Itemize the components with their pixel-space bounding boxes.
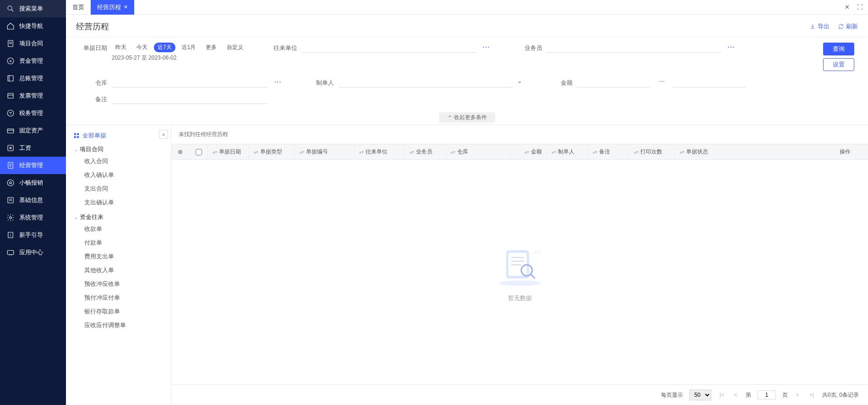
tree-item[interactable]: 预收冲应收单: [66, 277, 171, 291]
sidebar-item-contract[interactable]: 项目合同: [0, 35, 66, 52]
tree-item[interactable]: 收入确认单: [66, 168, 171, 182]
sidebar-item-tax[interactable]: 税务管理: [0, 104, 66, 122]
first-page-button[interactable]: |<: [718, 392, 726, 398]
chevron-down-icon[interactable]: ⌄: [517, 77, 522, 84]
last-page-button[interactable]: >|: [808, 392, 816, 398]
collapse-filters-button[interactable]: ⌃ 收起更多条件: [439, 112, 495, 123]
col-staff[interactable]: ▴▾业务员: [405, 144, 446, 159]
date-opt-1month[interactable]: 近1月: [178, 43, 200, 52]
sidebar-item-apps[interactable]: 应用中心: [0, 244, 66, 261]
empty-state: 暂无数据: [171, 160, 868, 384]
tree-group-contract[interactable]: ⌄项目合同: [66, 142, 171, 154]
col-action: 操作: [822, 144, 868, 159]
col-remark[interactable]: ▴▾备注: [588, 144, 629, 159]
page-summary: 共0页, 0条记录: [822, 391, 859, 399]
date-opt-custom[interactable]: 自定义: [223, 43, 247, 52]
col-doc-no[interactable]: ▴▾单据编号: [295, 144, 355, 159]
tab-business-history[interactable]: 经营历程 ✕: [91, 0, 134, 15]
col-status[interactable]: ▴▾单据状态: [675, 144, 822, 159]
collapse-label: 收起更多条件: [454, 114, 487, 121]
sidebar-item-info[interactable]: 基础信息: [0, 192, 66, 209]
tree-item[interactable]: 费用支出单: [66, 250, 171, 263]
prev-page-button[interactable]: <: [732, 392, 739, 398]
caret-down-icon: ⌄: [74, 147, 78, 152]
settings-button[interactable]: 设置: [823, 58, 854, 71]
sidebar-item-reimburse[interactable]: 小畅报销: [0, 174, 66, 192]
date-opt-yesterday[interactable]: 昨天: [112, 43, 130, 52]
page-input[interactable]: [758, 390, 776, 400]
staff-more-button[interactable]: ⋯: [726, 43, 737, 51]
sidebar-item-money[interactable]: ¥ 资金管理: [0, 52, 66, 70]
col-warehouse[interactable]: ▴▾仓库: [446, 144, 510, 159]
sidebar-item-label: 搜索菜单: [19, 5, 43, 13]
sidebar-item-guide[interactable]: 新手引导: [0, 226, 66, 244]
info-icon: [6, 196, 15, 204]
tree-item[interactable]: 应收应付调整单: [66, 318, 171, 332]
warehouse-input[interactable]: [112, 77, 267, 88]
doc-tree-panel: « 全部单据 ⌄项目合同 收入合同 收入确认单 支出合同 支出确认单 ⌄资金往来…: [66, 125, 171, 405]
settings-icon: [6, 213, 15, 222]
col-creator[interactable]: ▴▾制单人: [547, 144, 588, 159]
refresh-button[interactable]: 刷新: [838, 22, 858, 31]
close-all-button[interactable]: ✕: [841, 2, 852, 13]
contact-input[interactable]: [302, 43, 476, 53]
date-opt-today[interactable]: 今天: [133, 43, 151, 52]
tree-item[interactable]: 其他收入单: [66, 263, 171, 277]
staff-input[interactable]: [547, 43, 721, 53]
contact-more-button[interactable]: ⋯: [480, 43, 492, 51]
amount-from-input[interactable]: [577, 77, 650, 88]
query-button[interactable]: 查询: [823, 43, 854, 55]
creator-input[interactable]: [338, 77, 513, 88]
sort-icon: ▴▾: [593, 151, 597, 153]
tree-item[interactable]: 付款单: [66, 236, 171, 250]
sidebar-item-ledger[interactable]: 总账管理: [0, 70, 66, 87]
tree-item[interactable]: 收入合同: [66, 154, 171, 168]
col-contact[interactable]: ▴▾往来单位: [355, 144, 405, 159]
col-doc-date[interactable]: ▴▾单据日期: [208, 144, 249, 159]
sidebar-item-salary[interactable]: 工资: [0, 139, 66, 157]
col-label: 单据状态: [686, 148, 708, 156]
date-opt-more[interactable]: 更多: [202, 43, 220, 52]
sidebar-item-search[interactable]: 搜索菜单: [0, 0, 66, 17]
col-label: 单据日期: [219, 148, 241, 156]
tree-item[interactable]: 支出确认单: [66, 196, 171, 209]
sidebar-item-label: 固定资产: [19, 126, 43, 135]
sidebar-item-label: 税务管理: [19, 109, 43, 117]
tree-group-funds[interactable]: ⌄资金往来: [66, 209, 171, 222]
sort-icon: ▴▾: [551, 151, 556, 153]
tree-collapse-button[interactable]: «: [159, 130, 168, 139]
collapse-up-icon: ⌃: [448, 115, 452, 121]
amount-to-input[interactable]: [673, 77, 746, 88]
tab-home[interactable]: 首页: [66, 0, 91, 15]
tree-item[interactable]: 预付冲应付单: [66, 291, 171, 305]
warehouse-more-button[interactable]: ⋯: [272, 77, 284, 86]
col-doc-type[interactable]: ▴▾单据类型: [249, 144, 295, 159]
col-print-count[interactable]: ▴▾打印次数: [629, 144, 675, 159]
tree-item[interactable]: 银行存取款单: [66, 305, 171, 318]
select-all-checkbox[interactable]: [190, 144, 208, 159]
fullscreen-button[interactable]: ⛶: [854, 2, 865, 13]
sidebar-item-business[interactable]: 经营管理: [0, 157, 66, 174]
column-settings-button[interactable]: ⚙: [171, 144, 190, 159]
tree-item[interactable]: 收款单: [66, 222, 171, 236]
sidebar-item-invoice[interactable]: 发票管理: [0, 87, 66, 104]
col-label: 单据编号: [306, 148, 328, 156]
page-size-select[interactable]: 50: [689, 389, 711, 400]
remark-input[interactable]: [112, 94, 267, 104]
sidebar-item-settings[interactable]: 系统管理: [0, 209, 66, 226]
tab-label: 首页: [72, 3, 84, 11]
svg-point-23: [10, 217, 12, 219]
sidebar-item-nav[interactable]: 快捷导航: [0, 17, 66, 35]
export-button[interactable]: 导出: [809, 22, 830, 31]
tree-item[interactable]: 支出合同: [66, 182, 171, 196]
checkbox[interactable]: [196, 149, 202, 155]
sort-icon: ▴▾: [409, 151, 414, 153]
sidebar-item-asset[interactable]: 固定资产: [0, 122, 66, 139]
close-icon[interactable]: ✕: [124, 4, 128, 10]
svg-rect-30: [74, 133, 76, 135]
col-amount[interactable]: ▴▾金额: [510, 144, 547, 159]
home-icon: [6, 22, 15, 30]
next-page-button[interactable]: >: [794, 392, 801, 398]
date-opt-7days[interactable]: 近7天: [154, 43, 175, 52]
tree-all-docs[interactable]: 全部单据: [66, 130, 171, 142]
